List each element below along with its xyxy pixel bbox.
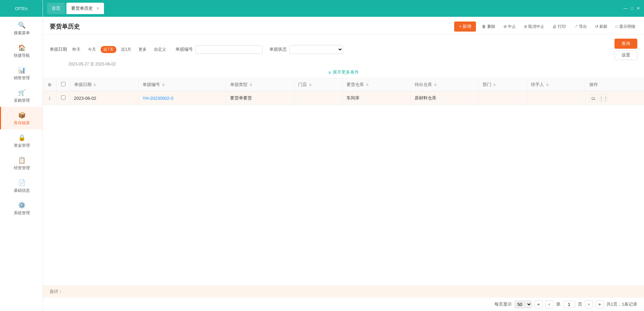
- col-ops: 操作: [585, 78, 644, 91]
- stop-button[interactable]: ⊘ 中止: [501, 23, 518, 31]
- window-minimize-button[interactable]: —: [624, 6, 628, 11]
- row-checkbox[interactable]: [61, 95, 65, 100]
- sidebar-item-basic-info[interactable]: 📄 基础信息: [0, 174, 43, 197]
- tab-requisition-history[interactable]: 要货单历史 ✕: [66, 3, 104, 14]
- date-range-display: 2023-05-27 至 2023-06-02: [68, 62, 116, 66]
- show-detail-button[interactable]: □ 显示明细: [613, 23, 637, 31]
- row-department: [478, 91, 527, 105]
- page-size-select[interactable]: 20 50 100 200: [515, 301, 532, 308]
- prev-page-button[interactable]: ‹: [545, 300, 553, 308]
- sort-docno-icon[interactable]: ⇅: [162, 83, 165, 87]
- sidebar-item-purchase[interactable]: 🛒 采购管理: [0, 84, 43, 107]
- export-button[interactable]: ↗ 导出: [572, 23, 589, 31]
- sort-handler-icon[interactable]: ⇅: [546, 83, 549, 87]
- table-area: ⚙ 单据日期 ⇅ 单据编号 ⇅ 单据类型: [43, 78, 644, 285]
- basic-info-icon: 📄: [18, 179, 25, 186]
- table-footer: 合计：: [43, 285, 644, 297]
- sales-icon: 📊: [18, 66, 25, 74]
- sidebar-item-search-menu[interactable]: 🔍 搜索菜单: [0, 17, 43, 39]
- delete-button[interactable]: 🗑 删除: [480, 23, 497, 31]
- sidebar-item-sales[interactable]: 📊 销售管理: [0, 62, 43, 84]
- filter-area: 单据日期 昨天 今天 近7天 近1月 更多 自定义 单据编号: [43, 35, 644, 78]
- sidebar: OfTEn 🔍 搜索菜单 🏠 快捷导航 📊 销售管理 🛒 采购管理 📦 库存核算…: [0, 0, 43, 311]
- chip-custom[interactable]: 自定义: [151, 46, 169, 53]
- page-header: 要货单历史 + 新增 🗑 删除 ⊘ 中止 ⊘ 取消中止 🖨 打印 ↗ 导出 ↺ …: [43, 17, 644, 35]
- chip-last7days[interactable]: 近7天: [101, 46, 116, 53]
- tab-close-icon[interactable]: ✕: [96, 6, 99, 11]
- col-settings[interactable]: ⚙: [43, 78, 56, 91]
- print-button[interactable]: 🖨 打印: [550, 23, 568, 31]
- tab-home[interactable]: 首页: [47, 3, 65, 14]
- sidebar-item-label: 经营管理: [14, 165, 30, 171]
- sort-req-warehouse-icon[interactable]: ⇅: [366, 83, 369, 87]
- expand-more-label: 展开更多条件: [333, 69, 359, 75]
- main-area: 首页 要货单历史 ✕ — □ ✕ 要货单历史 + 新增 🗑 删除 ⊘ 中止 ⊘ …: [43, 0, 644, 311]
- row-edit-button[interactable]: ⋮⋮: [599, 94, 607, 102]
- chip-yesterday[interactable]: 昨天: [70, 46, 83, 53]
- sidebar-item-quick-nav[interactable]: 🏠 快捷导航: [0, 39, 43, 62]
- table-row: 1 2023-06-02 YH-20230602-0 要货单要货 车间库 原材料…: [43, 91, 644, 105]
- col-handler: 经手人 ⇅: [527, 78, 585, 91]
- col-pending-warehouse: 待出仓库 ⇅: [411, 78, 479, 91]
- status-label: 单据状态: [269, 46, 287, 52]
- last-page-button[interactable]: »: [596, 300, 604, 308]
- sidebar-item-label: 系统管理: [14, 210, 30, 216]
- sort-doctype-icon[interactable]: ⇅: [250, 83, 252, 87]
- doc-no-label: 单据编号: [175, 46, 193, 52]
- page-label: 第: [556, 301, 560, 307]
- row-doc-type: 要货单要货: [226, 91, 294, 105]
- page-input[interactable]: [563, 301, 575, 308]
- next-page-button[interactable]: ›: [585, 300, 593, 308]
- sidebar-item-operations[interactable]: 📋 经营管理: [0, 152, 43, 174]
- col-doc-type: 单据类型 ⇅: [226, 78, 294, 91]
- sidebar-logo: OfTEn: [0, 0, 43, 17]
- system-icon: ⚙️: [18, 202, 25, 209]
- window-close-button[interactable]: ✕: [637, 6, 640, 11]
- col-store: 门店 ⇅: [294, 78, 342, 91]
- status-select[interactable]: [289, 45, 343, 54]
- page-suffix: 页: [578, 301, 582, 307]
- search-menu-icon: 🔍: [18, 21, 25, 29]
- doc-no-input[interactable]: [196, 45, 263, 54]
- sort-store-icon[interactable]: ⇅: [309, 83, 312, 87]
- date-filter-label: 单据日期: [50, 46, 67, 52]
- content-area: 要货单历史 + 新增 🗑 删除 ⊘ 中止 ⊘ 取消中止 🖨 打印 ↗ 导出 ↺ …: [43, 17, 644, 311]
- page-size-label: 每页显示: [494, 301, 512, 307]
- col-date: 单据日期 ⇅: [70, 78, 139, 91]
- filter-row: 单据日期 昨天 今天 近7天 近1月 更多 自定义 单据编号: [50, 39, 637, 60]
- row-doc-no[interactable]: YH-20230602-0: [139, 91, 226, 105]
- filter-settings-button[interactable]: 设置: [614, 50, 637, 60]
- pagination: 每页显示 20 50 100 200 « ‹ 第 页 › » 共1页，1条记录: [43, 297, 644, 311]
- row-date: 2023-06-02: [70, 91, 139, 105]
- first-page-button[interactable]: «: [535, 300, 543, 308]
- query-button[interactable]: 查询: [614, 39, 637, 49]
- select-all-checkbox[interactable]: [61, 82, 65, 86]
- sidebar-item-label: 销售管理: [14, 75, 30, 81]
- refresh-button[interactable]: ↺ 刷新: [593, 23, 609, 31]
- row-view-button[interactable]: 🗂: [589, 94, 597, 102]
- cancel-stop-button[interactable]: ⊘ 取消中止: [522, 23, 546, 31]
- chip-more[interactable]: 更多: [136, 46, 149, 53]
- sort-department-icon[interactable]: ⇅: [493, 83, 496, 87]
- sort-pending-warehouse-icon[interactable]: ⇅: [434, 83, 437, 87]
- col-req-warehouse: 要货仓库 ⇅: [342, 78, 411, 91]
- tab-requisition-history-label: 要货单历史: [71, 5, 93, 11]
- page-title: 要货单历史: [50, 23, 80, 31]
- expand-more-icon: ∨: [328, 70, 331, 75]
- window-maximize-button[interactable]: □: [631, 6, 633, 11]
- chip-last1month[interactable]: 近1月: [118, 46, 134, 53]
- expand-more-button[interactable]: ∨ 展开更多条件: [50, 69, 637, 75]
- sidebar-item-inventory[interactable]: 📦 库存核算: [0, 107, 43, 129]
- new-button[interactable]: + 新增: [454, 21, 476, 32]
- topbar: 首页 要货单历史 ✕ — □ ✕: [43, 0, 644, 17]
- row-num: 1: [43, 91, 56, 105]
- row-ops: 🗂 ⋮⋮: [585, 91, 644, 105]
- sum-label: 合计：: [50, 289, 63, 294]
- chip-today[interactable]: 今天: [85, 46, 99, 53]
- sidebar-item-label: 基础信息: [14, 188, 30, 193]
- sidebar-item-finance[interactable]: 🔒 资金管理: [0, 129, 43, 152]
- sidebar-item-system[interactable]: ⚙️ 系统管理: [0, 197, 43, 219]
- sort-date-icon[interactable]: ⇅: [93, 83, 96, 87]
- topbar-right: — □ ✕: [624, 6, 640, 11]
- sidebar-item-label: 资金管理: [14, 143, 30, 148]
